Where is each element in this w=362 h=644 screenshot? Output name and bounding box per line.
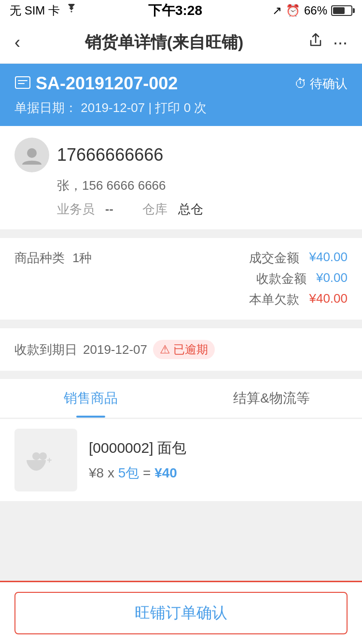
product-name: [0000002] 面包 bbox=[89, 438, 348, 458]
total-price: ¥40 bbox=[154, 465, 177, 480]
receipt-amount-label: 收款金额 bbox=[256, 270, 306, 287]
status-bar-right: ↗ ⏰ 66% bbox=[272, 4, 352, 17]
wifi-icon bbox=[65, 4, 78, 17]
status-bar: 无 SIM 卡 下午3:28 ↗ ⏰ 66% bbox=[0, 0, 362, 21]
due-date-label: 收款到期日 bbox=[14, 341, 77, 358]
product-price: ¥8 x 5包 = ¥40 bbox=[89, 464, 348, 482]
svg-point-1 bbox=[27, 148, 37, 158]
product-image: + bbox=[14, 429, 77, 491]
battery-percent: 66% bbox=[304, 4, 327, 17]
deal-amount-label: 成交金额 bbox=[249, 250, 299, 266]
status-bar-left: 无 SIM 卡 bbox=[10, 3, 78, 18]
product-type: 商品种类 1种 bbox=[14, 250, 92, 266]
nav-actions: ··· bbox=[308, 32, 348, 53]
order-id: SA-20191207-002 bbox=[14, 73, 178, 94]
svg-point-2 bbox=[32, 452, 40, 460]
due-date-section: 收款到期日 2019-12-07 ⚠ 已逾期 bbox=[0, 328, 362, 371]
order-header: SA-20191207-002 ⏱ 待确认 单据日期： 2019-12-07 |… bbox=[0, 64, 362, 126]
customer-name: 张，156 6666 6666 bbox=[57, 177, 348, 194]
confirm-button[interactable]: 旺铺订单确认 bbox=[14, 592, 348, 634]
amount-stats: 成交金额 ¥40.00 收款金额 ¥0.00 本单欠款 ¥40.00 bbox=[249, 250, 348, 308]
customer-meta: 业务员 -- 仓库 总仓 bbox=[57, 201, 348, 218]
back-button[interactable]: ‹ bbox=[14, 32, 20, 53]
tabs-section: 销售商品 结算&物流等 bbox=[0, 379, 362, 418]
salesperson-meta: 业务员 -- bbox=[57, 201, 113, 218]
stats-section: 商品种类 1种 成交金额 ¥40.00 收款金额 ¥0.00 本单欠款 ¥40.… bbox=[0, 238, 362, 320]
salesperson-label: 业务员 bbox=[57, 202, 95, 216]
svg-point-3 bbox=[39, 452, 47, 460]
tab-products[interactable]: 销售商品 bbox=[0, 379, 181, 418]
balance-label: 本单欠款 bbox=[249, 291, 299, 308]
product-title: 面包 bbox=[157, 440, 186, 456]
warning-icon: ⚠ bbox=[160, 343, 170, 356]
svg-text:+: + bbox=[47, 455, 52, 465]
clock-icon: ⏱ bbox=[294, 76, 307, 91]
bottom-bar: 旺铺订单确认 bbox=[0, 581, 362, 644]
product-logo-icon: + bbox=[27, 446, 65, 475]
unit-price: ¥8 bbox=[89, 465, 104, 480]
order-status: ⏱ 待确认 bbox=[294, 75, 348, 92]
due-date-value: 2019-12-07 bbox=[83, 342, 147, 357]
product-type-value: 1种 bbox=[72, 250, 92, 266]
avatar bbox=[14, 138, 49, 172]
receipt-amount-row: 收款金额 ¥0.00 bbox=[256, 270, 348, 287]
salesperson-value: -- bbox=[105, 202, 113, 216]
alarm-icon: ⏰ bbox=[286, 4, 300, 17]
balance-value: ¥40.00 bbox=[309, 291, 348, 308]
tab-underline bbox=[76, 416, 105, 418]
product-code: [0000002] bbox=[89, 440, 153, 456]
balance-row: 本单欠款 ¥40.00 bbox=[249, 291, 348, 308]
share-button[interactable] bbox=[308, 32, 323, 53]
nav-bar: ‹ 销货单详情(来自旺铺) ··· bbox=[0, 21, 362, 64]
status-bar-time: 下午3:28 bbox=[148, 1, 202, 20]
product-info: [0000002] 面包 ¥8 x 5包 = ¥40 bbox=[89, 438, 348, 482]
equals-sign: = bbox=[143, 465, 151, 480]
quantity: 5包 bbox=[118, 465, 139, 480]
tab-settlement-label: 结算&物流等 bbox=[233, 389, 310, 407]
overdue-text: 已逾期 bbox=[173, 342, 208, 357]
product-section: + [0000002] 面包 ¥8 x 5包 = ¥40 bbox=[0, 419, 362, 501]
tab-products-label: 销售商品 bbox=[64, 389, 118, 407]
order-icon bbox=[14, 73, 31, 94]
location-icon: ↗ bbox=[272, 4, 282, 17]
deal-amount-value: ¥40.00 bbox=[309, 250, 348, 266]
warehouse-label: 仓库 bbox=[142, 202, 167, 216]
order-date: 单据日期： 2019-12-07 | 打印 0 次 bbox=[14, 99, 348, 116]
battery-icon bbox=[331, 5, 352, 16]
multiply-sign: x bbox=[108, 465, 114, 480]
svg-rect-0 bbox=[15, 77, 30, 88]
carrier-text: 无 SIM 卡 bbox=[10, 3, 60, 18]
customer-phone: 17666666666 bbox=[57, 145, 163, 165]
product-item: + [0000002] 面包 ¥8 x 5包 = ¥40 bbox=[14, 429, 348, 491]
product-type-label: 商品种类 bbox=[14, 250, 65, 266]
overdue-badge: ⚠ 已逾期 bbox=[153, 340, 215, 359]
deal-amount-row: 成交金额 ¥40.00 bbox=[249, 250, 348, 266]
customer-section: 17666666666 张，156 6666 6666 业务员 -- 仓库 总仓 bbox=[0, 126, 362, 230]
warehouse-meta: 仓库 总仓 bbox=[142, 201, 203, 218]
tab-settlement[interactable]: 结算&物流等 bbox=[181, 379, 362, 418]
page-title: 销货单详情(来自旺铺) bbox=[85, 31, 244, 54]
more-button[interactable]: ··· bbox=[333, 32, 348, 53]
receipt-amount-value: ¥0.00 bbox=[316, 270, 348, 287]
warehouse-value: 总仓 bbox=[178, 202, 203, 216]
